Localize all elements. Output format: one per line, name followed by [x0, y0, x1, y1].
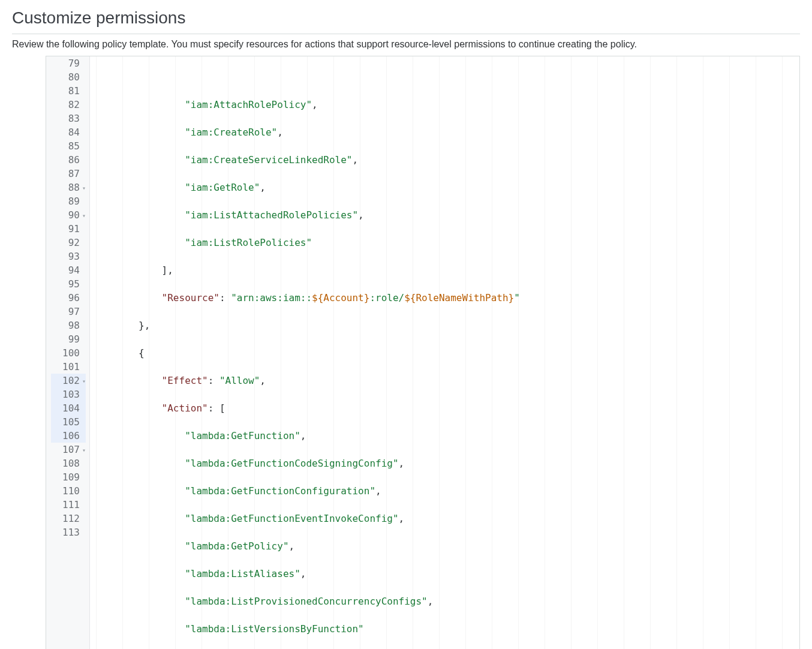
line-number: 82 [51, 98, 86, 112]
line-number: 92 [51, 236, 86, 250]
line-number: 89 [51, 194, 86, 208]
line-number: 97 [51, 305, 86, 319]
fold-toggle-icon[interactable]: ▾ [82, 443, 86, 456]
line-number: 113 [51, 525, 86, 539]
code-line[interactable]: ], [92, 263, 799, 277]
code-line[interactable]: "Effect": "Allow", [92, 374, 799, 387]
code-line[interactable]: "lambda:ListProvisionedConcurrencyConfig… [92, 594, 799, 608]
line-number: 91 [51, 222, 86, 236]
line-number: 102▾ [51, 374, 86, 387]
code-line[interactable]: "lambda:GetFunctionEventInvokeConfig", [92, 512, 799, 525]
code-line[interactable]: "Action": [ [92, 401, 799, 415]
line-number: 109 [51, 470, 86, 484]
section-divider [12, 34, 800, 34]
code-line[interactable]: "lambda:GetFunctionConfiguration", [92, 484, 799, 498]
code-line[interactable]: "lambda:ListAliases", [92, 567, 799, 581]
line-number: 84 [51, 125, 86, 139]
line-number: 101 [51, 360, 86, 374]
line-number: 105 [51, 415, 86, 429]
code-line[interactable]: "lambda:GetFunction", [92, 429, 799, 443]
page-subtitle: Review the following policy template. Yo… [12, 39, 800, 50]
line-number: 79 [51, 56, 86, 70]
line-number: 90▾ [51, 208, 86, 222]
line-number: 95 [51, 277, 86, 291]
line-number: 100 [51, 346, 86, 360]
code-line[interactable]: "iam:CreateRole", [92, 125, 799, 139]
code-line[interactable]: "iam:AttachRolePolicy", [92, 98, 799, 112]
code-line[interactable]: "lambda:ListVersionsByFunction" [92, 622, 799, 636]
line-number: 103 [51, 387, 86, 401]
line-number: 107▾ [51, 443, 86, 456]
line-number: 88▾ [51, 181, 86, 194]
page-title: Customize permissions [12, 8, 800, 28]
fold-toggle-icon[interactable]: ▾ [82, 208, 86, 222]
code-area[interactable]: "iam:AttachRolePolicy", "iam:CreateRole"… [90, 56, 799, 649]
code-line[interactable]: "lambda:GetFunctionCodeSigningConfig", [92, 456, 799, 470]
line-number: 98 [51, 319, 86, 332]
code-line[interactable]: "iam:CreateServiceLinkedRole", [92, 153, 799, 167]
line-number: 80 [51, 70, 86, 84]
line-number: 86 [51, 153, 86, 167]
code-line[interactable]: { [92, 346, 799, 360]
line-number: 96 [51, 291, 86, 305]
code-line[interactable]: "iam:GetRole", [92, 181, 799, 194]
fold-toggle-icon[interactable]: ▾ [82, 181, 86, 194]
code-line[interactable]: "lambda:GetPolicy", [92, 539, 799, 553]
line-number-gutter: 79808182838485868788▾8990▾91929394959697… [46, 56, 90, 649]
fold-toggle-icon[interactable]: ▾ [82, 374, 86, 387]
line-number: 111 [51, 498, 86, 512]
code-line[interactable]: "iam:ListRolePolicies" [92, 236, 799, 250]
line-number: 81 [51, 84, 86, 98]
line-number: 108 [51, 456, 86, 470]
line-number: 110 [51, 484, 86, 498]
line-number: 106 [51, 429, 86, 443]
line-number: 94 [51, 263, 86, 277]
line-number: 112 [51, 512, 86, 525]
line-number: 85 [51, 139, 86, 153]
line-number: 83 [51, 112, 86, 125]
line-number: 99 [51, 332, 86, 346]
code-line[interactable]: "iam:ListAttachedRolePolicies", [92, 208, 799, 222]
line-number: 93 [51, 250, 86, 263]
line-number: 104 [51, 401, 86, 415]
code-line[interactable]: "Resource": "arn:aws:iam::${Account}:rol… [92, 291, 799, 305]
policy-editor[interactable]: 79808182838485868788▾8990▾91929394959697… [46, 56, 800, 649]
code-line[interactable]: }, [92, 319, 799, 332]
line-number: 87 [51, 167, 86, 181]
